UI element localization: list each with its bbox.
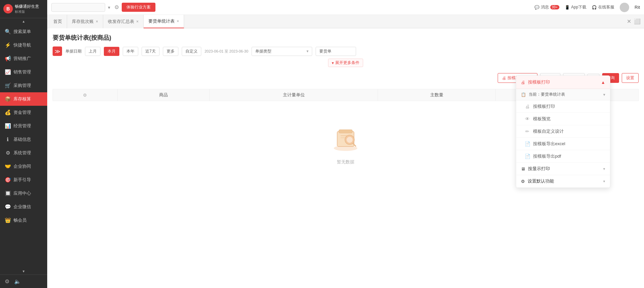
print-dropdown: 🖨 按模板打印 ▲ 📋 当前：要货单统计表 ▾ 🖨 按模板打印 👁 模板预览 ✏ bbox=[516, 75, 610, 188]
page-title: 要货单统计表(按商品) bbox=[53, 34, 639, 42]
expand-more-btn[interactable]: ▾ 展开更多条件 bbox=[328, 59, 363, 67]
filter-expand-btn[interactable]: ≫ bbox=[53, 46, 62, 56]
tab-batch[interactable]: 库存批次账 × bbox=[67, 15, 103, 28]
sidebar-item-label: 快捷导航 bbox=[13, 42, 31, 48]
message-badge: 99+ bbox=[550, 5, 559, 9]
sidebar-item-system[interactable]: ⚙ 系统管理 bbox=[0, 146, 47, 160]
sales-icon: 📈 bbox=[5, 69, 11, 75]
date-btn-7days[interactable]: 近7天 bbox=[142, 47, 159, 56]
dropdown-header: 🖨 按模板打印 ▲ bbox=[516, 76, 610, 89]
sidebar-item-finance[interactable]: 💰 资金管理 bbox=[0, 106, 47, 119]
dropdown-section-default-settings[interactable]: ⚙ 设置默认功能 ▾ bbox=[516, 175, 610, 188]
settings-btn[interactable]: 设置 bbox=[622, 73, 639, 83]
enterprise-icon: 🤝 bbox=[5, 163, 11, 169]
dropdown-item-export-excel[interactable]: 📄 按模板导出excel bbox=[516, 138, 610, 150]
topbar-gear-icon[interactable]: ⚙ bbox=[114, 4, 119, 10]
display-print-icon: 🖥 bbox=[521, 166, 525, 171]
sidebar-item-inventory[interactable]: 📦 库存核算 bbox=[0, 92, 47, 106]
empty-text: 暂无数据 bbox=[337, 159, 354, 165]
sidebar-item-basic[interactable]: ℹ 基础信息 bbox=[0, 133, 47, 146]
sidebar-item-marketing[interactable]: 📢 营销推广 bbox=[0, 52, 47, 65]
col-setting[interactable]: ⚙ bbox=[53, 89, 118, 101]
sidebar-item-label: 采购管理 bbox=[13, 83, 31, 89]
wechat-icon: 💬 bbox=[5, 204, 11, 210]
dropdown-current-template[interactable]: 📋 当前：要货单统计表 ▾ bbox=[516, 89, 610, 100]
dropdown-item-export-pdf[interactable]: 📄 按模板导出pdf bbox=[516, 150, 610, 163]
dropdown-item-template-design[interactable]: ✏ 模板自定义设计 bbox=[516, 125, 610, 138]
finance-icon: 💰 bbox=[5, 109, 11, 116]
logo-icon: B bbox=[3, 4, 13, 13]
svg-rect-6 bbox=[341, 135, 347, 136]
date-btn-more[interactable]: 更多 bbox=[163, 47, 178, 56]
dropdown-item-template-preview[interactable]: 👁 模板预览 bbox=[516, 113, 610, 125]
tab-order-label: 要货单统计表 bbox=[148, 18, 175, 24]
scroll-down-btn[interactable]: ▼ bbox=[0, 268, 47, 275]
sidebar-bottom: ⚙ 🔈 bbox=[0, 275, 47, 288]
svg-point-4 bbox=[347, 137, 353, 143]
dropdown-title: 🖨 按模板打印 bbox=[521, 79, 550, 85]
sidebar-item-wechat[interactable]: 💬 企业微信 bbox=[0, 200, 47, 214]
category-select[interactable]: 要货单 bbox=[316, 47, 356, 56]
sidebar: B 畅赚通好生意 标准版 ▲ 🔍 搜索菜单 ⚡ 快捷导航 📢 营销推广 📈 销售… bbox=[0, 0, 47, 288]
date-btn-this-year[interactable]: 本年 bbox=[123, 47, 138, 56]
user-name: Rit bbox=[635, 5, 640, 10]
app-logo: B 畅赚通好生意 标准版 bbox=[0, 0, 47, 18]
app-download-btn[interactable]: 📱 App下载 bbox=[565, 4, 586, 10]
empty-illustration bbox=[329, 121, 362, 155]
settings-icon[interactable]: ⚙ bbox=[5, 278, 9, 285]
system-icon: ⚙ bbox=[5, 150, 11, 156]
business-icon: 📊 bbox=[5, 123, 11, 129]
purchase-icon: 🛒 bbox=[5, 83, 11, 89]
svg-rect-2 bbox=[339, 130, 352, 133]
sidebar-item-business[interactable]: 📊 经营管理 bbox=[0, 119, 47, 133]
template-print-label: 按模板打印 bbox=[533, 103, 555, 109]
template-preview-label: 模板预览 bbox=[533, 116, 551, 122]
doc-type-select[interactable]: 单据类型 ▾ bbox=[252, 47, 312, 56]
maximize-icon[interactable]: ⬜ bbox=[634, 18, 641, 25]
date-btn-prev-month[interactable]: 上月 bbox=[85, 47, 100, 56]
tab-summary-close[interactable]: × bbox=[136, 20, 139, 24]
default-settings-icon: ⚙ bbox=[521, 179, 525, 184]
date-filter-label: 单据日期 bbox=[65, 49, 82, 54]
sidebar-item-member[interactable]: 👑 畅会员 bbox=[0, 214, 47, 227]
date-range: 2023-06-01 至 2023-06-30 bbox=[205, 49, 248, 54]
search-input[interactable] bbox=[51, 3, 105, 12]
tab-home[interactable]: 首页 bbox=[49, 15, 67, 28]
tab-order[interactable]: 要货单统计表 × bbox=[144, 15, 184, 28]
dropdown-icon[interactable]: ▾ bbox=[108, 5, 110, 10]
dropdown-section-display-print[interactable]: 🖥 按显示打印 ▾ bbox=[516, 163, 610, 175]
sound-icon[interactable]: 🔈 bbox=[14, 278, 21, 285]
sidebar-item-quick-nav[interactable]: ⚡ 快捷导航 bbox=[0, 38, 47, 52]
online-service-btn[interactable]: 🎧 在线客服 bbox=[592, 4, 614, 10]
tab-order-close[interactable]: × bbox=[177, 19, 179, 23]
sidebar-item-label: 库存核算 bbox=[13, 96, 31, 102]
date-btn-this-month[interactable]: 本月 bbox=[104, 47, 119, 56]
avatar[interactable] bbox=[620, 3, 629, 12]
table-setting-icon[interactable]: ⚙ bbox=[83, 93, 87, 98]
close-all-icon[interactable]: ✕ bbox=[627, 18, 631, 25]
tab-summary[interactable]: 收发存汇总表 × bbox=[103, 15, 144, 28]
phone-icon: 📱 bbox=[565, 5, 570, 10]
dropdown-item-template-print[interactable]: 🖨 按模板打印 bbox=[516, 100, 610, 113]
sidebar-item-purchase[interactable]: 🛒 采购管理 bbox=[0, 79, 47, 92]
scroll-up-btn[interactable]: ▲ bbox=[0, 18, 47, 25]
sidebar-item-sales[interactable]: 📈 销售管理 bbox=[0, 65, 47, 79]
col-product: 商品 bbox=[117, 89, 209, 101]
svg-rect-7 bbox=[341, 137, 346, 138]
message-btn[interactable]: 💬 消息 99+ bbox=[534, 4, 559, 10]
display-print-arrow: ▾ bbox=[603, 167, 605, 171]
default-settings-arrow: ▾ bbox=[603, 179, 605, 184]
display-print-label: 按显示打印 bbox=[528, 166, 550, 172]
marketing-icon: 📢 bbox=[5, 56, 11, 62]
sidebar-item-guide[interactable]: 🎯 新手引导 bbox=[0, 173, 47, 187]
doc-type-label: 单据类型 bbox=[255, 49, 271, 54]
date-btn-custom[interactable]: 自定义 bbox=[182, 47, 201, 56]
sidebar-item-enterprise[interactable]: 🤝 企业协同 bbox=[0, 160, 47, 173]
dropdown-collapse-icon[interactable]: ▲ bbox=[601, 80, 605, 85]
tab-batch-close[interactable]: × bbox=[96, 20, 98, 24]
sidebar-item-search[interactable]: 🔍 搜索菜单 bbox=[0, 25, 47, 38]
sidebar-item-app-center[interactable]: 🔲 应用中心 bbox=[0, 187, 47, 200]
experience-btn[interactable]: 体验行业方案 bbox=[122, 3, 155, 12]
template-design-icon: ✏ bbox=[524, 129, 530, 134]
dropdown-title-label: 按模板打印 bbox=[528, 79, 550, 85]
